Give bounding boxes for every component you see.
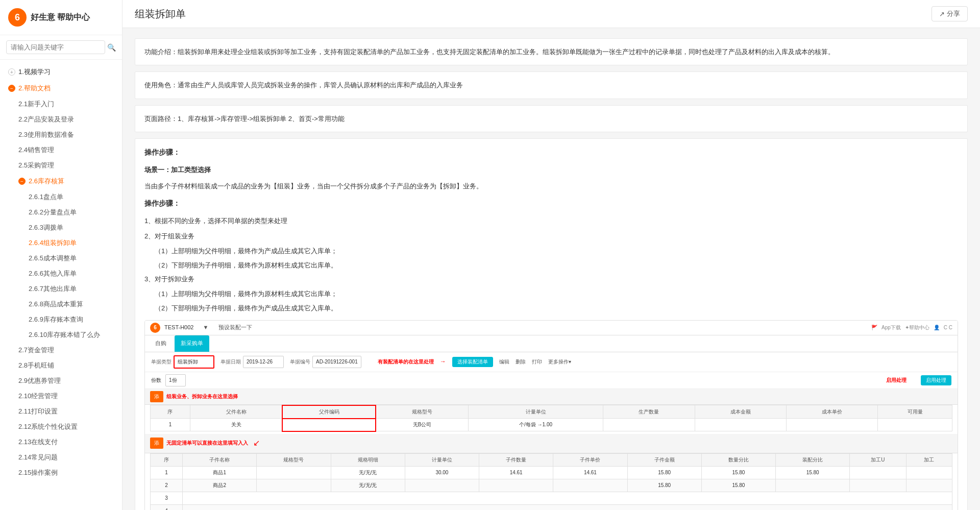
search-button[interactable]: 🔍: [107, 43, 116, 52]
sidebar-item-stockcheck[interactable]: 2.6.1盘点单: [10, 189, 122, 205]
step3-sub1: （1）上部明细为父件明细，最终作为原材料生成其它出库单；: [144, 288, 958, 300]
btn-print: 打印: [532, 357, 542, 367]
lower-table: 序 子件名称 规格型号 规格明细 计量单位 子件数量 子件单价 子件金额 数量分…: [150, 453, 952, 510]
app-icon-help: ✦帮助中心: [905, 323, 929, 332]
sidebar-label-inventory: 2.6库存核算: [29, 177, 64, 186]
search-input[interactable]: [6, 40, 105, 54]
search-box: 🔍: [0, 35, 122, 60]
sidebar-item-newbie[interactable]: 2.1新手入门: [0, 96, 122, 112]
sidebar-item-install[interactable]: 2.2产品安装及登录: [0, 112, 122, 127]
lower-row-1: 1 商品1 无/无/无 30.00 14.61 14.61 15.80 15.8…: [151, 466, 952, 479]
app-tabs: 自购 新采购单: [145, 335, 958, 352]
sidebar-item-finance[interactable]: 2.7资金管理: [0, 343, 122, 358]
type-label: 单据类型: [151, 357, 172, 367]
upper-col-spec: 规格型号: [376, 405, 468, 419]
sidebar-item-help[interactable]: − 2.帮助文档: [0, 80, 122, 96]
lower-col-child-price: 子件单价: [553, 453, 627, 466]
code-group: 单据编号 AD-20191226-001: [290, 356, 361, 368]
sidebar-item-partial-check[interactable]: 2.6.2分量盘点单: [10, 205, 122, 220]
sidebar-item-transfer[interactable]: 2.6.3调拨单: [10, 220, 122, 235]
app-menubar: ▼ 预设装配一下: [203, 323, 252, 333]
share-button[interactable]: ↗ 分享: [932, 6, 968, 21]
app-topbar-icons: 🚩 App下载 ✦帮助中心 👤 C C: [871, 323, 952, 332]
cell-spec: 无B公司: [376, 419, 468, 431]
page-title: 组装拆卸单: [135, 7, 186, 21]
sidebar-item-ledger-error[interactable]: 2.6.10库存账本错了么办: [10, 327, 122, 343]
sidebar-item-data-prep[interactable]: 2.3使用前数据准备: [0, 127, 122, 142]
lower-row-4: 4: [151, 504, 952, 510]
cell-parent-name: 关关: [190, 419, 282, 431]
upper-col-available: 可用量: [878, 405, 952, 419]
sidebar-item-cost-recalc[interactable]: 2.6.8商品成本重算: [10, 297, 122, 312]
sidebar-item-payment[interactable]: 2.13在线支付: [0, 434, 122, 450]
sidebar-item-other-out[interactable]: 2.6.7其他出库单: [10, 281, 122, 297]
sidebar-item-coupon[interactable]: 2.9优惠券管理: [0, 373, 122, 388]
upper-col-seq: 序: [151, 405, 190, 419]
cell-unit: 个/每袋 →1.00: [468, 419, 603, 431]
lower-col-seq: 序: [151, 453, 183, 466]
cell-parent-code: [282, 419, 376, 431]
upper-table-container: 序 父件名称 父件编码 规格型号 计量单位 生产数量 成本金额 成本单价 可用量: [145, 405, 958, 434]
code-label: 单据编号: [290, 357, 310, 367]
content-area: 功能介绍：组装拆卸单用来处理企业组装或拆卸等加工业务，支持有固定装配清单的产品加…: [122, 28, 980, 510]
lower-col-process-unit: 加工U: [850, 453, 906, 466]
btn-delete: 删除: [516, 357, 526, 367]
btn-more: 更多操作▾: [548, 357, 571, 367]
expand-icon-inventory: −: [18, 178, 26, 185]
annotation-process: 启用处理: [886, 376, 906, 385]
sidebar-item-cases[interactable]: 2.15操作案例: [0, 465, 122, 480]
help-subnav: 2.1新手入门 2.2产品安装及登录 2.3使用前数据准备 2.4销售管理 2.…: [0, 96, 122, 480]
logo-text: 好生意 帮助中心: [31, 12, 90, 23]
role-block: 使用角色：通常由生产人员或库管人员完成拆装业务的操作，库管人员确认原材料的出库和…: [135, 71, 968, 99]
arrow-bom: →: [440, 356, 446, 368]
sidebar-item-mobile[interactable]: 2.8手机旺铺: [0, 358, 122, 373]
upper-col-unit: 计量单位: [468, 405, 603, 419]
sidebar-item-ledger-query[interactable]: 2.6.9库存账本查询: [10, 312, 122, 327]
btn-process[interactable]: 启用处理: [921, 375, 951, 385]
lower-row-3: 3: [151, 492, 952, 504]
count-row: 份数 1份 启用处理 启用处理: [145, 372, 958, 389]
operations-title: 操作步骤：: [144, 146, 958, 159]
sidebar-item-other-in[interactable]: 2.6.6其他入库单: [10, 266, 122, 281]
sidebar-item-assembly[interactable]: 2.6.4组装拆卸单: [10, 235, 122, 251]
sidebar-item-personalize[interactable]: 2.12系统个性化设置: [0, 419, 122, 434]
logo-area: 6 好生意 帮助中心: [0, 0, 122, 35]
sidebar-item-faq[interactable]: 2.14常见问题: [0, 450, 122, 465]
app-icon-cc: C C: [944, 323, 952, 332]
share-label: 分享: [947, 9, 960, 18]
step2: 2、对于组装业务: [144, 230, 958, 242]
cell-cost-amt: [695, 419, 786, 431]
type-group: 单据类型 组装拆卸: [151, 355, 214, 369]
lower-add-btn[interactable]: 添: [150, 438, 163, 449]
section-add-btn[interactable]: 添: [150, 391, 163, 402]
lower-col-qty-ratio: 数量分比: [701, 453, 775, 466]
sidebar-item-sales[interactable]: 2.4销售管理: [0, 142, 122, 158]
sidebar-item-purchase[interactable]: 2.5采购管理: [0, 158, 122, 173]
app-tab-new[interactable]: 新采购单: [175, 335, 209, 352]
app-icon-user: 👤: [934, 323, 940, 332]
date-group: 单据日期 2019-12-26: [220, 356, 284, 368]
scenario1-title: 场景一：加工类型选择: [144, 164, 958, 176]
lower-col-unit: 计量单位: [405, 453, 479, 466]
sidebar-item-operations[interactable]: 2.10经营管理: [0, 388, 122, 404]
sidebar-item-inventory[interactable]: − 2.6库存核算: [0, 173, 122, 189]
step2-sub2: （2）下部明细为子件明细，最终作为原材料生成其它出库单。: [144, 259, 958, 271]
expand-icon-video: +: [8, 68, 15, 76]
cell-prod-qty: [603, 419, 695, 431]
lower-col-process: 加工: [906, 453, 952, 466]
menu-item-1: ▼: [203, 323, 208, 333]
lower-table-container: 序 子件名称 规格型号 规格明细 计量单位 子件数量 子件单价 子件金额 数量分…: [145, 453, 958, 510]
date-label: 单据日期: [220, 357, 241, 367]
sidebar-item-print[interactable]: 2.11打印设置: [0, 404, 122, 419]
intro-block: 功能介绍：组装拆卸单用来处理企业组装或拆卸等加工业务，支持有固定装配清单的产品加…: [135, 38, 968, 65]
step1: 1、根据不同的业务，选择不同单据的类型来处理: [144, 215, 958, 227]
upper-col-cost-price: 成本单价: [786, 405, 877, 419]
upper-col-parent-code: 父件编码: [282, 405, 376, 419]
upper-col-qty: 生产数量: [603, 405, 695, 419]
sidebar-item-cost-adj[interactable]: 2.6.5成本调整单: [10, 251, 122, 266]
sidebar-item-video[interactable]: + 1.视频学习: [0, 64, 122, 80]
steps-subtitle: 操作步骤：: [144, 197, 958, 210]
upper-table: 序 父件名称 父件编码 规格型号 计量单位 生产数量 成本金额 成本单价 可用量: [150, 405, 952, 432]
app-tab-home[interactable]: 自购: [149, 335, 173, 352]
btn-select-bom[interactable]: 选择装配清单: [452, 357, 493, 367]
